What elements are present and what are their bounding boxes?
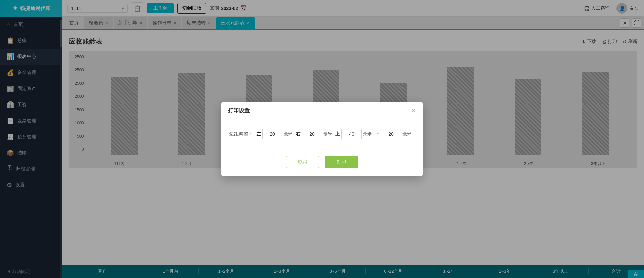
left-unit: 毫米 [284, 131, 292, 137]
left-margin-input[interactable] [262, 129, 282, 139]
cancel-button[interactable]: 取消 [286, 156, 319, 168]
right-unit: 毫米 [323, 131, 332, 137]
right-margin-input[interactable] [302, 129, 322, 139]
left-margin-group: 左 毫米 [256, 129, 292, 139]
bottom-margin-input[interactable] [381, 129, 401, 139]
top-unit: 毫米 [363, 131, 372, 137]
right-margin-group: 右 毫米 [296, 129, 332, 139]
bottom-unit: 毫米 [402, 131, 411, 137]
left-label: 左 [256, 131, 261, 137]
bottom-margin-group: 下 毫米 [375, 129, 411, 139]
modal-header: 打印设置 ✕ [221, 102, 423, 119]
modal-print-button[interactable]: 打印 [325, 156, 358, 168]
bottom-label: 下 [375, 131, 380, 137]
modal-title: 打印设置 [228, 107, 250, 114]
modal-close-button[interactable]: ✕ [411, 108, 416, 114]
modal-overlay[interactable]: 打印设置 ✕ 边距调整： 左 毫米 右 毫米 上 毫米 [0, 0, 644, 278]
top-margin-group: 上 毫米 [335, 129, 372, 139]
top-margin-input[interactable] [341, 129, 362, 139]
right-label: 右 [296, 131, 301, 137]
modal-body: 边距调整： 左 毫米 右 毫米 上 毫米 下 [221, 119, 423, 153]
top-label: 上 [335, 131, 340, 137]
print-settings-modal: 打印设置 ✕ 边距调整： 左 毫米 右 毫米 上 毫米 [221, 102, 423, 176]
modal-footer: 取消 打印 [221, 153, 423, 176]
margin-form-row: 边距调整： 左 毫米 右 毫米 上 毫米 下 [229, 129, 415, 139]
form-label: 边距调整： [229, 131, 253, 137]
